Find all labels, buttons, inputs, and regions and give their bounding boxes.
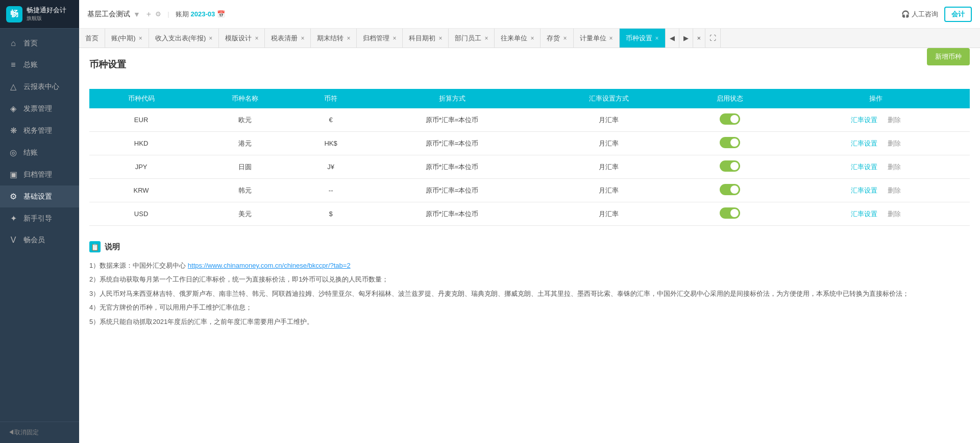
col-action: 操作 xyxy=(782,89,970,108)
sidebar-item-label: 新手引导 xyxy=(23,214,52,223)
delete-link[interactable]: 删除 xyxy=(888,139,901,147)
cell-status xyxy=(678,179,782,202)
tab-unit[interactable]: 计量单位 × xyxy=(574,29,620,48)
cell-action: 汇率设置 删除 xyxy=(782,108,970,132)
rate-setting-link[interactable]: 汇率设置 xyxy=(851,163,877,171)
tab-label: 部门员工 xyxy=(455,34,481,43)
delete-link[interactable]: 删除 xyxy=(888,210,901,218)
table-row: KRW 韩元 -- 原币*汇率=本位币 月汇率 汇率设置 删除 xyxy=(89,179,970,202)
tab-close-icon[interactable]: × xyxy=(484,35,488,42)
tab-close-icon[interactable]: × xyxy=(347,35,350,42)
sidebar-item-checkout[interactable]: ◎ 结账 xyxy=(0,142,79,164)
sidebar-item-home[interactable]: ⌂ 首页 xyxy=(0,33,79,54)
sidebar-item-ledger[interactable]: ≡ 总账 xyxy=(0,54,79,76)
company-selector[interactable]: 基层工会测试 ▼ xyxy=(87,10,140,19)
rate-setting-link[interactable]: 汇率设置 xyxy=(851,116,877,124)
tab-fullscreen-btn[interactable]: ⛶ xyxy=(705,29,721,48)
tab-next-btn[interactable]: ▶ xyxy=(679,29,693,48)
delete-link[interactable]: 删除 xyxy=(888,163,901,171)
new-currency-button[interactable]: 新增币种 xyxy=(927,48,970,65)
cell-code: EUR xyxy=(89,108,193,132)
sidebar-item-settings[interactable]: ⚙ 基础设置 xyxy=(0,185,79,207)
logo-icon: 畅 xyxy=(6,6,22,22)
status-toggle[interactable] xyxy=(720,184,740,195)
tab-close-icon[interactable]: × xyxy=(301,35,304,42)
rate-setting-link[interactable]: 汇率设置 xyxy=(851,186,877,194)
tab-close-icon[interactable]: × xyxy=(209,35,212,42)
tab-template[interactable]: 模版设计 × xyxy=(219,29,265,48)
tab-tax[interactable]: 税表清册 × xyxy=(265,29,311,48)
sidebar-logo: 畅 畅捷通好会计 旗舰版 xyxy=(0,0,79,29)
cell-rate-type: 月汇率 xyxy=(539,179,678,202)
tab-inventory[interactable]: 存货 × xyxy=(541,29,573,48)
topbar: 基层工会测试 ▼ + ⚙ | 账期 2023-03 📅 🎧 人工咨询 会计 xyxy=(79,0,980,29)
tab-period[interactable]: 账(中期) × xyxy=(105,29,149,48)
tab-currency[interactable]: 币种设置 × xyxy=(620,29,666,48)
delete-link[interactable]: 删除 xyxy=(888,186,901,194)
tab-close-icon[interactable]: × xyxy=(393,35,396,42)
sidebar-item-archive[interactable]: ▣ 归档管理 xyxy=(0,164,79,185)
status-toggle[interactable] xyxy=(720,113,740,125)
sidebar-item-member[interactable]: V 畅会员 xyxy=(0,229,79,251)
period-selector[interactable]: 账期 2023-03 📅 xyxy=(176,10,226,19)
sidebar-item-tax[interactable]: ❋ 税务管理 xyxy=(0,120,79,142)
tab-report[interactable]: 收入支出表(年报) × xyxy=(149,29,219,48)
toggle-track xyxy=(720,184,740,195)
page-header: 币种设置 新增币种 xyxy=(89,58,970,81)
support-button[interactable]: 🎧 人工咨询 xyxy=(901,10,938,19)
tab-archive[interactable]: 归档管理 × xyxy=(357,29,403,48)
cell-status xyxy=(678,155,782,179)
settings-gear-icon[interactable]: ⚙ xyxy=(155,10,161,18)
tab-label: 期末结转 xyxy=(317,34,344,43)
tab-close-all-btn[interactable]: × xyxy=(693,29,706,48)
rate-setting-link[interactable]: 汇率设置 xyxy=(851,139,877,147)
tab-close-icon[interactable]: × xyxy=(563,35,567,42)
tab-close-icon[interactable]: × xyxy=(438,35,442,42)
tab-close-icon[interactable]: × xyxy=(255,35,258,42)
cell-name: 日圆 xyxy=(193,155,297,179)
support-label: 人工咨询 xyxy=(912,10,938,19)
cell-action: 汇率设置 删除 xyxy=(782,179,970,202)
note-link[interactable]: https://www.chinamoney.com.cn/chinese/bk… xyxy=(188,262,351,269)
sidebar-pin-toggle[interactable]: ◀取消固定 xyxy=(0,422,79,443)
status-toggle[interactable] xyxy=(720,207,740,219)
sidebar: 畅 畅捷通好会计 旗舰版 ⌂ 首页 ≡ 总账 △ 云报表中心 ◈ 发票管理 ❋ … xyxy=(0,0,79,443)
tab-label: 账(中期) xyxy=(111,34,136,43)
sidebar-item-reports[interactable]: △ 云报表中心 xyxy=(0,76,79,98)
sidebar-item-guide[interactable]: ✦ 新手引导 xyxy=(0,207,79,229)
status-toggle[interactable] xyxy=(720,160,740,172)
cell-conversion: 原币*汇率=本位币 xyxy=(365,179,539,202)
tab-subject[interactable]: 科目期初 × xyxy=(403,29,449,48)
tab-dept[interactable]: 部门员工 × xyxy=(449,29,495,48)
cell-symbol: € xyxy=(297,108,365,132)
tab-period-end[interactable]: 期末结转 × xyxy=(311,29,357,48)
cell-conversion: 原币*汇率=本位币 xyxy=(365,108,539,132)
cell-name: 美元 xyxy=(193,202,297,226)
tab-home[interactable]: 首页 xyxy=(79,29,105,48)
table-row: JPY 日圆 J¥ 原币*汇率=本位币 月汇率 汇率设置 删除 xyxy=(89,155,970,179)
delete-link[interactable]: 删除 xyxy=(888,116,901,124)
accounting-button[interactable]: 会计 xyxy=(944,7,972,22)
sidebar-item-label: 税务管理 xyxy=(23,126,52,135)
tab-prev-btn[interactable]: ◀ xyxy=(666,29,679,48)
tab-close-icon[interactable]: × xyxy=(655,35,659,42)
tab-customer[interactable]: 往来单位 × xyxy=(495,29,541,48)
sidebar-item-label: 畅会员 xyxy=(23,236,45,245)
table-row: HKD 港元 HK$ 原币*汇率=本位币 月汇率 汇率设置 删除 xyxy=(89,132,970,155)
col-symbol: 币符 xyxy=(297,89,365,108)
sidebar-item-invoice[interactable]: ◈ 发票管理 xyxy=(0,98,79,120)
settings-icon: ⚙ xyxy=(8,192,18,201)
tab-close-icon[interactable]: × xyxy=(139,35,142,42)
tab-close-icon[interactable]: × xyxy=(609,35,613,42)
cell-rate-type: 月汇率 xyxy=(539,108,678,132)
note-title-text: 说明 xyxy=(105,242,120,252)
headphone-icon: 🎧 xyxy=(901,10,910,18)
add-icon[interactable]: + xyxy=(146,10,151,19)
note-icon: 📋 xyxy=(89,241,101,252)
toggle-track xyxy=(720,207,740,219)
status-toggle[interactable] xyxy=(720,137,740,148)
tab-close-icon[interactable]: × xyxy=(530,35,534,42)
note-list: 1）数据来源：中国外汇交易中心 https://www.chinamoney.c… xyxy=(89,259,970,329)
col-rate-type: 汇率设置方式 xyxy=(539,89,678,108)
rate-setting-link[interactable]: 汇率设置 xyxy=(851,210,877,218)
